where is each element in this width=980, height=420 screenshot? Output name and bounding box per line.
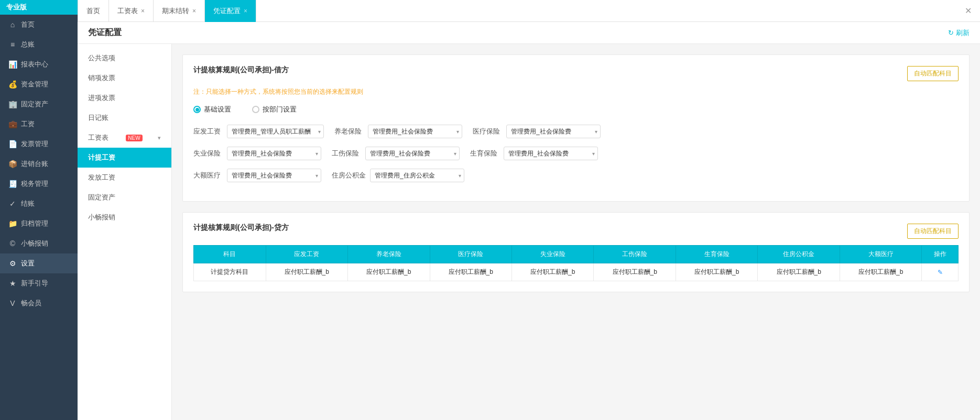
cell-medical-val: 应付职工薪酬_b bbox=[430, 263, 511, 281]
tab-home[interactable]: 首页 bbox=[78, 0, 109, 22]
label-salary: 应发工资 bbox=[193, 127, 223, 136]
credit-table: 科目 应发工资 养老保险 医疗保险 失业保险 工伤保险 生育保险 住房公积金 大… bbox=[193, 245, 959, 281]
select-medical[interactable]: 管理费用_社会保险费 ▾ bbox=[506, 125, 601, 138]
left-nav: 公共选项 销项发票 进项发票 日记账 工资表 NEW ▾ 计提工资 发放工资 bbox=[78, 44, 172, 420]
sidebar: 专业版 ⌂ 首页 ≡ 总账 📊 报表中心 💰 资金管理 🏢 固定资产 💼 工资 … bbox=[0, 0, 78, 420]
radio-dept-settings[interactable]: 按部门设置 bbox=[252, 105, 297, 114]
form-item-salary: 应发工资 管理费用_管理人员职工薪酬 ▾ bbox=[193, 125, 324, 138]
left-nav-item-xc-expense[interactable]: 小畅报销 bbox=[78, 207, 171, 227]
radio-dept-circle bbox=[252, 106, 259, 113]
close-window-btn[interactable]: ✕ bbox=[965, 6, 980, 16]
left-nav-item-fixed-assets[interactable]: 固定资产 bbox=[78, 187, 171, 207]
cell-subject: 计提贷方科目 bbox=[194, 263, 266, 281]
select-maternity[interactable]: 管理费用_社会保险费 ▾ bbox=[504, 147, 598, 160]
label-medical: 医疗保险 bbox=[473, 127, 502, 136]
cell-injury-val: 应付职工薪酬_b bbox=[594, 263, 676, 281]
close-tab-salary[interactable]: × bbox=[141, 7, 145, 15]
select-housing-fund[interactable]: 管理费用_住房公积金 ▾ bbox=[370, 169, 464, 182]
capital-icon: 💰 bbox=[8, 80, 17, 89]
select-injury-input[interactable]: 管理费用_社会保险费 bbox=[365, 147, 460, 160]
tab-period-close[interactable]: 期末结转 × bbox=[154, 0, 205, 22]
select-pension-input[interactable]: 管理费用_社会保险费 bbox=[368, 125, 462, 138]
debit-section-header: 计提核算规则(公司承担)-借方 自动匹配科目 bbox=[193, 65, 959, 81]
credit-section-header: 计提核算规则(公司承担)-贷方 自动匹配科目 bbox=[193, 223, 959, 239]
sidebar-item-member[interactable]: V 畅会员 bbox=[0, 293, 78, 313]
radio-basic-settings[interactable]: 基础设置 bbox=[193, 105, 231, 114]
close-tab-period[interactable]: × bbox=[192, 7, 196, 15]
sidebar-item-general-ledger[interactable]: ≡ 总账 bbox=[0, 35, 78, 54]
label-pension: 养老保险 bbox=[334, 127, 364, 136]
label-injury: 工伤保险 bbox=[332, 149, 361, 158]
sidebar-item-salary[interactable]: 💼 工资 bbox=[0, 114, 78, 134]
auto-match-credit-button[interactable]: 自动匹配科目 bbox=[907, 224, 959, 239]
tab-salary-table[interactable]: 工资表 × bbox=[109, 0, 154, 22]
select-critical-illness[interactable]: 管理费用_社会保险费 ▾ bbox=[227, 169, 321, 182]
select-unemployment-input[interactable]: 管理费用_社会保险费 bbox=[227, 147, 321, 160]
form-item-pension: 养老保险 管理费用_社会保险费 ▾ bbox=[334, 125, 462, 138]
col-header-injury: 工伤保险 bbox=[594, 246, 676, 263]
close-tab-voucher[interactable]: × bbox=[244, 7, 247, 15]
left-nav-item-sales-invoice[interactable]: 销项发票 bbox=[78, 68, 171, 88]
select-housing-fund-input[interactable]: 管理费用_住房公积金 bbox=[370, 169, 464, 182]
select-unemployment[interactable]: 管理费用_社会保险费 ▾ bbox=[227, 147, 321, 160]
select-pension[interactable]: 管理费用_社会保险费 ▾ bbox=[368, 125, 462, 138]
left-nav-item-accrual-salary[interactable]: 计提工资 bbox=[78, 148, 171, 168]
cell-maternity-val: 应付职工薪酬_b bbox=[676, 263, 757, 281]
col-header-housing: 住房公积金 bbox=[758, 246, 840, 263]
sidebar-item-capital[interactable]: 💰 资金管理 bbox=[0, 74, 78, 94]
form-item-critical-illness: 大额医疗 管理费用_社会保险费 ▾ bbox=[193, 169, 321, 182]
cell-unemployment-val: 应付职工薪酬_b bbox=[512, 263, 594, 281]
auto-match-debit-button[interactable]: 自动匹配科目 bbox=[907, 66, 959, 81]
form-row-2: 失业保险 管理费用_社会保险费 ▾ 工伤保险 管理费用_社会保险费 bbox=[193, 147, 959, 160]
refresh-icon: ↻ bbox=[948, 29, 954, 37]
select-medical-input[interactable]: 管理费用_社会保险费 bbox=[506, 125, 601, 138]
select-injury[interactable]: 管理费用_社会保险费 ▾ bbox=[365, 147, 460, 160]
ledger-icon: ≡ bbox=[8, 40, 17, 49]
xiaochang-icon: © bbox=[8, 239, 17, 248]
form-item-maternity: 生育保险 管理费用_社会保险费 ▾ bbox=[470, 147, 598, 160]
form-row-3: 大额医疗 管理费用_社会保险费 ▾ 住房公积金 管理费用_住房公积金 bbox=[193, 169, 959, 182]
label-unemployment: 失业保险 bbox=[193, 149, 223, 158]
left-nav-item-pay-salary[interactable]: 发放工资 bbox=[78, 168, 171, 187]
left-nav-item-purchase-invoice[interactable]: 进项发票 bbox=[78, 88, 171, 108]
sidebar-item-invoice-mgmt[interactable]: 📄 发票管理 bbox=[0, 134, 78, 154]
settle-icon: ✓ bbox=[8, 200, 17, 208]
sidebar-item-settings[interactable]: ⚙ 设置 bbox=[0, 253, 78, 273]
sidebar-item-archive[interactable]: 📁 归档管理 bbox=[0, 214, 78, 234]
left-nav-item-public[interactable]: 公共选项 bbox=[78, 48, 171, 68]
col-header-salary: 应发工资 bbox=[266, 246, 347, 263]
main-area: 首页 工资表 × 期末结转 × 凭证配置 × ✕ 凭证配置 ↻ 刷新 公共选项 bbox=[78, 0, 980, 420]
tab-voucher-config[interactable]: 凭证配置 × bbox=[205, 0, 256, 22]
label-critical-illness: 大额医疗 bbox=[193, 171, 223, 180]
select-critical-illness-input[interactable]: 管理费用_社会保险费 bbox=[227, 169, 321, 182]
cell-action[interactable]: ✎ bbox=[922, 263, 959, 281]
form-item-medical: 医疗保险 管理费用_社会保险费 ▾ bbox=[473, 125, 601, 138]
edit-row-button[interactable]: ✎ bbox=[938, 269, 943, 276]
left-nav-item-journal[interactable]: 日记账 bbox=[78, 108, 171, 128]
sidebar-item-guide[interactable]: ★ 新手引导 bbox=[0, 273, 78, 293]
sidebar-item-fixed-assets[interactable]: 🏢 固定资产 bbox=[0, 94, 78, 114]
label-housing-fund: 住房公积金 bbox=[332, 171, 366, 180]
invoice-icon: 📄 bbox=[8, 140, 17, 148]
select-maternity-input[interactable]: 管理费用_社会保险费 bbox=[504, 147, 598, 160]
sidebar-item-purchase-sales[interactable]: 📦 进销台账 bbox=[0, 154, 78, 174]
sidebar-item-reports[interactable]: 📊 报表中心 bbox=[0, 54, 78, 74]
col-header-action: 操作 bbox=[922, 246, 959, 263]
sidebar-item-home[interactable]: ⌂ 首页 bbox=[0, 15, 78, 35]
building-icon: 🏢 bbox=[8, 100, 17, 108]
cell-pension-val: 应付职工薪酬_b bbox=[348, 263, 430, 281]
debit-section-title: 计提核算规则(公司承担)-借方 bbox=[193, 65, 289, 75]
debit-section: 计提核算规则(公司承担)-借方 自动匹配科目 注：只能选择一种方式，系统将按照您… bbox=[182, 54, 970, 202]
select-salary[interactable]: 管理费用_管理人员职工薪酬 ▾ bbox=[227, 125, 324, 138]
label-maternity: 生育保险 bbox=[470, 149, 499, 158]
debit-section-note: 注：只能选择一种方式，系统将按照您当前的选择来配置规则 bbox=[193, 87, 959, 96]
sidebar-item-settle[interactable]: ✓ 结账 bbox=[0, 194, 78, 214]
sidebar-item-tax[interactable]: 🧾 税务管理 bbox=[0, 174, 78, 194]
radio-basic-circle bbox=[193, 106, 201, 113]
select-salary-input[interactable]: 管理费用_管理人员职工薪酬 bbox=[227, 125, 324, 138]
left-nav-item-salary-table[interactable]: 工资表 NEW ▾ bbox=[78, 128, 171, 148]
sidebar-item-xiaochang[interactable]: © 小畅报销 bbox=[0, 234, 78, 253]
page-title: 凭证配置 bbox=[88, 27, 122, 38]
tax-icon: 🧾 bbox=[8, 180, 17, 188]
refresh-button[interactable]: ↻ 刷新 bbox=[948, 28, 970, 38]
